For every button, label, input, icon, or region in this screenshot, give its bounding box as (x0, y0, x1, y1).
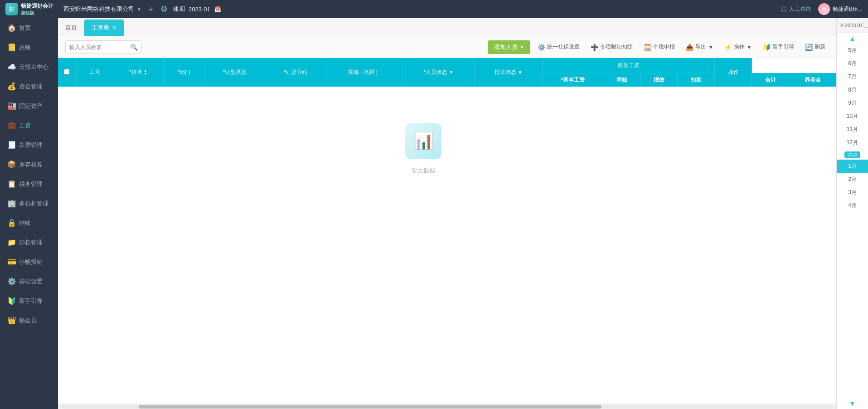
company-selector[interactable]: 西安虾米网络科技有限公司 ▼ (63, 5, 141, 13)
date-item-5[interactable]: 5月 (837, 44, 868, 57)
sidebar-item-home[interactable]: 🏠 首页 (0, 18, 58, 38)
guide-action[interactable]: 🔰 新手引导 (759, 41, 798, 53)
panel-expand-icon[interactable]: ⛶ (863, 22, 868, 29)
user-info[interactable]: 畅 畅捷通B组... (818, 3, 863, 15)
date-scroll-down[interactable]: ▼ (837, 398, 868, 409)
date-item-12[interactable]: 12月 (837, 136, 868, 149)
status-filter-icon[interactable]: ▼ (449, 70, 454, 75)
date-item-9[interactable]: 9月 (837, 97, 868, 110)
tab-close-icon[interactable]: ✕ (112, 24, 116, 31)
export-action[interactable]: 📤 导出 ▼ (682, 41, 717, 53)
org-icon: 🏢 (7, 199, 15, 208)
date-item-7[interactable]: 7月 (837, 70, 868, 83)
date-item-2023-1[interactable]: 1月 (837, 160, 868, 173)
th-report-status[interactable]: 报送状态 ▼ (475, 58, 543, 87)
dropdown-arrow-icon: ▼ (519, 44, 524, 49)
search-input[interactable] (69, 44, 128, 50)
calendar-icon[interactable]: 📅 (214, 6, 221, 13)
tab-home[interactable]: 首页 (58, 19, 84, 36)
period-label: 账期 (173, 5, 185, 13)
tab-bar: 首页 工资表 ✕ (58, 18, 836, 36)
expense-icon: 💳 (7, 258, 15, 266)
settings-nav-icon: ⚙️ (7, 277, 15, 286)
sidebar-item-member[interactable]: 👑 畅会员 (0, 311, 58, 330)
sidebar-item-label: 畅会员 (19, 316, 37, 325)
date-item-6[interactable]: 6月 (837, 57, 868, 70)
sidebar-item-label: 资金管理 (19, 83, 43, 91)
sidebar: 🏠 首页 📒 总账 ☁️ 云报表中心 💰 资金管理 🏭 固定资产 💼 工资 🧾 … (0, 18, 58, 409)
sidebar-item-guide[interactable]: 🔰 新手引导 (0, 291, 58, 311)
scroll-track[interactable] (62, 405, 833, 409)
tab-payroll[interactable]: 工资表 ✕ (84, 19, 124, 36)
plus-icon: ➕ (591, 44, 598, 51)
panel-close-icon[interactable]: ✕ (839, 22, 845, 29)
member-icon: 👑 (7, 316, 15, 325)
th-operations: 操作 (715, 58, 752, 87)
th-checkbox[interactable] (58, 58, 76, 87)
date-list: 5月 6月 7月 8月 9月 10月 11月 12月 2023 1月 2月 3月… (837, 44, 868, 398)
support-button[interactable]: 🎧 人工咨询 (781, 5, 811, 13)
payroll-table: 工号 *姓名 ▲▼ *部门 *证型类型 *证型号码 国籍 (58, 58, 836, 211)
main-layout: 🏠 首页 📒 总账 ☁️ 云报表中心 💰 资金管理 🏭 固定资产 💼 工资 🧾 … (0, 18, 868, 409)
special-deduction-action[interactable]: ➕ 专项附加扣除 (587, 41, 636, 53)
cloud-icon: ☁️ (7, 63, 15, 71)
sidebar-item-inventory[interactable]: 📦 库存核算 (0, 155, 58, 174)
sidebar-item-fund[interactable]: 💰 资金管理 (0, 77, 58, 96)
date-item-11[interactable]: 11月 (837, 123, 868, 136)
special-deduction-label: 专项附加扣除 (600, 43, 633, 51)
chevron-down-icon: ▼ (137, 7, 141, 12)
search-input-wrap[interactable]: 🔍 (65, 40, 142, 54)
th-name[interactable]: *姓名 ▲▼ (113, 58, 163, 87)
th-employee-id: 工号 (76, 58, 113, 87)
th-pension: 养老金 (789, 73, 836, 87)
th-payable-wage-group: 应发工资 (543, 58, 715, 73)
support-label: 人工咨询 (789, 5, 811, 13)
date-item-2023-2[interactable]: 2月 (837, 173, 868, 186)
bottom-scrollbar[interactable] (58, 404, 836, 409)
operations-action[interactable]: ⚡ 操作 ▼ (721, 41, 756, 53)
logo-icon: 好 (5, 3, 18, 15)
empty-icon (405, 123, 441, 159)
add-person-button[interactable]: 添加人员 ▼ (488, 40, 530, 54)
logo-text: 畅捷通好会计 (21, 2, 53, 10)
social-insurance-action[interactable]: ⚙️ 统一社保设置 (534, 41, 583, 53)
sidebar-item-fixed-assets[interactable]: 🏭 固定资产 (0, 96, 58, 116)
sidebar-item-close-period[interactable]: 🔒 结账 (0, 213, 58, 233)
sidebar-item-expense[interactable]: 💳 小畅报销 (0, 252, 58, 272)
factory-icon: 🏭 (7, 102, 15, 110)
ledger-icon: 📒 (7, 43, 15, 52)
date-scroll-up[interactable]: ▲ (837, 33, 868, 44)
date-item-10[interactable]: 10月 (837, 110, 868, 123)
select-all-checkbox[interactable] (64, 69, 70, 75)
sidebar-item-cloud-report[interactable]: ☁️ 云报表中心 (0, 57, 58, 77)
period-value: 2023-01 (189, 6, 210, 13)
empty-state: 暂无数据 (58, 87, 789, 211)
sidebar-item-ledger[interactable]: 📒 总账 (0, 38, 58, 57)
settings-icon[interactable]: ⚙ (160, 4, 168, 14)
sidebar-item-archive[interactable]: 📁 归档管理 (0, 233, 58, 252)
date-item-2023-4[interactable]: 4月 (837, 199, 868, 212)
table-container: 工号 *姓名 ▲▼ *部门 *证型类型 *证型号码 国籍 (58, 58, 836, 404)
report-filter-icon[interactable]: ▼ (518, 70, 522, 75)
sidebar-item-label: 新手引导 (19, 297, 43, 305)
th-performance: 绩效 (640, 73, 678, 87)
tax-declaration-action[interactable]: 🧮 个税申报 (640, 41, 679, 53)
sidebar-item-tax[interactable]: 📋 税务管理 (0, 174, 58, 194)
sidebar-item-invoice[interactable]: 🧾 发票管理 (0, 135, 58, 155)
sidebar-item-payroll[interactable]: 💼 工资 (0, 116, 58, 135)
scroll-thumb[interactable] (139, 405, 601, 409)
date-item-8[interactable]: 8月 (837, 83, 868, 97)
th-status[interactable]: *人员状态 ▼ (403, 58, 475, 87)
inventory-icon: 📦 (7, 160, 15, 169)
header-right: 🎧 人工咨询 畅 畅捷通B组... (781, 3, 863, 15)
date-item-2023-3[interactable]: 3月 (837, 186, 868, 199)
refresh-action[interactable]: 🔄 刷新 (801, 41, 829, 53)
user-label: 畅捷通B组... (833, 5, 863, 13)
sidebar-item-settings[interactable]: ⚙️ 基础设置 (0, 272, 58, 291)
add-icon[interactable]: ＋ (147, 4, 155, 15)
social-insurance-label: 统一社保设置 (547, 43, 580, 51)
sidebar-item-multi-org[interactable]: 🏢 多机构管理 (0, 194, 58, 213)
year-2023-tag: 2023 (844, 151, 860, 158)
sidebar-item-label: 基础设置 (19, 278, 43, 286)
sidebar-item-label: 多机构管理 (19, 200, 48, 208)
